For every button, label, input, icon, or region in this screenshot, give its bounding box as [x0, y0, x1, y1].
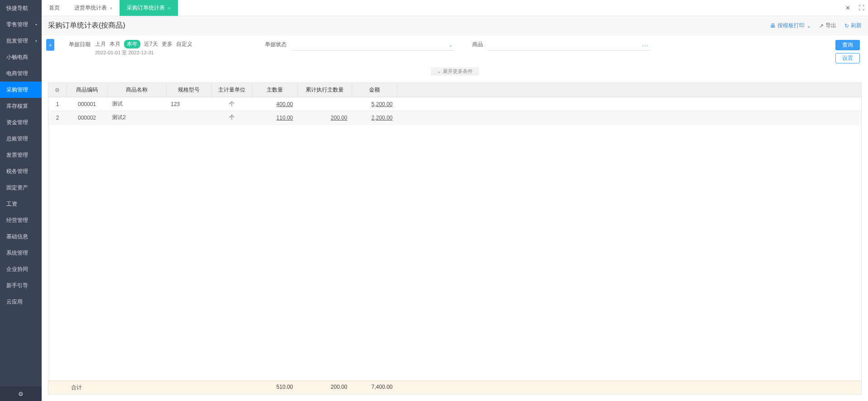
sidebar-item[interactable]: 系统管理 — [0, 245, 42, 261]
totals-label: 合计 — [67, 384, 107, 391]
page-header: 采购订单统计表(按商品) 🖶 按模板打印 ⌄ ↗ 导出 ↻ 刷新 — [42, 16, 868, 35]
filter-date-range: 2022-01-01 至 2022-12-31 — [95, 49, 192, 56]
date-option[interactable]: 本年 — [124, 40, 140, 48]
table-cell — [397, 97, 861, 111]
sidebar-item[interactable]: 电商管理 — [0, 65, 42, 82]
caret-down-icon: ▾ — [35, 39, 37, 43]
settings-button[interactable]: 设置 — [835, 53, 860, 63]
table-cell — [297, 97, 352, 111]
tab-label: 首页 — [49, 4, 60, 12]
table-cell: 000001 — [67, 97, 107, 111]
table-cell: 测试2 — [107, 111, 166, 125]
refresh-label: 刷新 — [851, 22, 862, 29]
table-cell: 个 — [211, 97, 252, 111]
refresh-icon: ↻ — [844, 23, 849, 29]
sidebar-item-label: 库存核算 — [6, 102, 28, 110]
sidebar-item[interactable]: 云应用 — [0, 294, 42, 310]
sidebar-item[interactable]: 企业协同 — [0, 261, 42, 277]
caret-down-icon: ▾ — [35, 23, 37, 27]
collapse-filter-button[interactable]: » — [46, 39, 54, 51]
table-cell: 测试 — [107, 97, 166, 111]
column-header: 主数量 — [252, 83, 297, 97]
sidebar-item-label: 经营管理 — [6, 217, 28, 224]
totals-exec-qty: 200.00 — [297, 384, 352, 391]
expand-filters-label: 展开更多条件 — [443, 68, 473, 75]
column-header: 主计量单位 — [211, 83, 252, 97]
date-option[interactable]: 本月 — [110, 40, 120, 48]
main-area: 首页进货单统计表×采购订单统计表× ✕ ⛶ 采购订单统计表(按商品) 🖶 按模板… — [42, 0, 868, 401]
date-option[interactable]: 近7天 — [144, 40, 158, 48]
filter-panel: » 单据日期 上月本月本年近7天更多自定义 2022-01-01 至 2022-… — [42, 35, 868, 76]
sidebar-item[interactable]: 新手引导 — [0, 277, 42, 294]
table-cell: 110.00 — [252, 111, 297, 125]
sidebar-item-label: 企业协同 — [6, 266, 28, 273]
more-icon: ··· — [642, 42, 649, 49]
sidebar-item[interactable]: 经营管理 — [0, 212, 42, 228]
sidebar-item[interactable]: 采购管理 — [0, 82, 42, 98]
sidebar-item[interactable]: 税务管理 — [0, 163, 42, 179]
sidebar-item-label: 批发管理 — [6, 37, 28, 45]
export-icon: ↗ — [819, 23, 824, 29]
column-settings[interactable]: ⚙ — [48, 83, 67, 97]
template-print-label: 按模板打印 — [777, 22, 805, 29]
filter-product-group: 商品 ··· — [472, 40, 651, 51]
tab[interactable]: 采购订单统计表× — [120, 0, 177, 16]
fullscreen-button[interactable]: ⛶ — [854, 0, 868, 16]
sidebar-item-label: 固定资产 — [6, 184, 28, 192]
sidebar-item-label: 快捷导航 — [6, 5, 28, 12]
table-cell: 2,200.00 — [352, 111, 397, 125]
sidebar-item[interactable]: 零售管理▾ — [0, 16, 42, 33]
page-title: 采购订单统计表(按商品) — [48, 21, 125, 30]
sidebar-settings[interactable]: ⚙ — [0, 387, 42, 401]
column-header: 累计执行主数量 — [297, 83, 352, 97]
chevron-right-icon: » — [49, 43, 52, 48]
sidebar-item[interactable]: 基础信息 — [0, 228, 42, 245]
export-button[interactable]: ↗ 导出 — [819, 22, 836, 29]
totals-qty: 510.00 — [252, 384, 297, 391]
sidebar-item-label: 小畅电商 — [6, 53, 28, 61]
close-icon[interactable]: × — [110, 5, 112, 11]
sidebar-item[interactable]: 工资 — [0, 196, 42, 212]
tab[interactable]: 首页 — [42, 0, 67, 16]
sidebar-item[interactable]: 固定资产 — [0, 179, 42, 196]
filter-product-input[interactable]: ··· — [488, 40, 651, 51]
date-option[interactable]: 更多 — [162, 40, 173, 48]
chevron-down-icon: ⌄ — [449, 43, 452, 48]
tab[interactable]: 进货单统计表× — [67, 0, 120, 16]
sidebar-item[interactable]: 库存核算 — [0, 98, 42, 114]
filter-status-group: 单据状态 ⌄ — [265, 40, 454, 51]
table-cell — [397, 111, 861, 125]
table-cell: 400.00 — [252, 97, 297, 111]
sidebar-item-label: 系统管理 — [6, 249, 28, 257]
filter-status-select[interactable]: ⌄ — [291, 40, 454, 51]
chevron-down-icon: ⌄ — [806, 23, 811, 29]
refresh-button[interactable]: ↻ 刷新 — [844, 22, 862, 29]
table-cell: 000002 — [67, 111, 107, 125]
sidebar-item[interactable]: 快捷导航 — [0, 0, 42, 16]
sidebar-item[interactable]: 发票管理 — [0, 147, 42, 163]
tab-label: 进货单统计表 — [74, 4, 107, 12]
date-option[interactable]: 上月 — [95, 40, 106, 48]
template-print-button[interactable]: 🖶 按模板打印 ⌄ — [770, 22, 811, 29]
tabs-row: 首页进货单统计表×采购订单统计表× ✕ ⛶ — [42, 0, 868, 16]
column-header: 金额 — [352, 83, 397, 97]
sidebar-item-label: 采购管理 — [6, 86, 28, 94]
close-icon[interactable]: × — [168, 5, 170, 11]
search-button[interactable]: 查询 — [835, 40, 860, 50]
sidebar-item[interactable]: 资金管理 — [0, 114, 42, 130]
table-row[interactable]: 2000002测试2个110.00200.002,200.00 — [48, 111, 861, 125]
date-option[interactable]: 自定义 — [176, 40, 192, 48]
sidebar-item-label: 税务管理 — [6, 168, 28, 175]
expand-filters-button[interactable]: ⌄ 展开更多条件 — [431, 67, 479, 76]
sidebar-item[interactable]: 总账管理 — [0, 130, 42, 147]
table-row[interactable]: 1000001测试123个400.005,200.00 — [48, 97, 861, 111]
table-cell: 个 — [211, 111, 252, 125]
table-area: ⚙商品编码商品名称规格型号主计量单位主数量累计执行主数量金额 1000001测试… — [42, 76, 868, 401]
filter-date-label: 单据日期 — [69, 40, 91, 48]
close-tab-button[interactable]: ✕ — [841, 0, 854, 16]
sidebar-item[interactable]: 小畅电商 — [0, 49, 42, 65]
column-header: 商品名称 — [107, 83, 166, 97]
totals-amount: 7,400.00 — [352, 384, 397, 391]
sidebar-item[interactable]: 批发管理▾ — [0, 33, 42, 49]
column-header: 规格型号 — [166, 83, 211, 97]
